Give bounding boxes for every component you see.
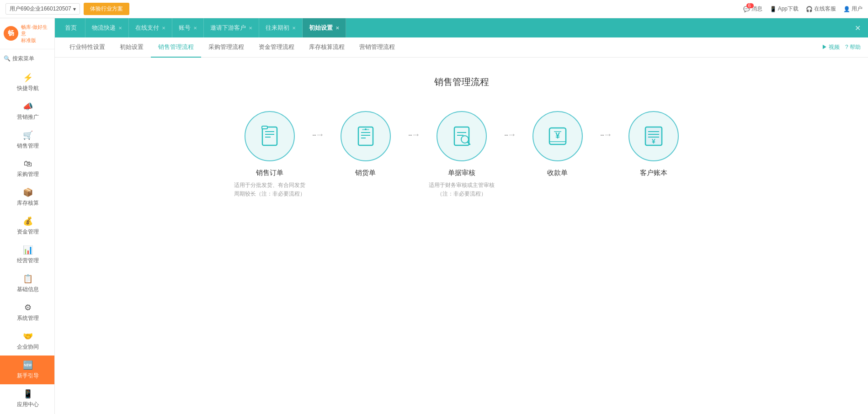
tab-account[interactable]: 账号 ✕ — [172, 18, 204, 37]
sidebar-item-sales[interactable]: 🛒 销售管理 — [0, 126, 54, 154]
svg-rect-0 — [262, 127, 277, 145]
tab-invite[interactable]: 邀请下游客户 ✕ — [204, 18, 259, 37]
sidebar-logo: 畅 畅库·做好生意 标准版 — [0, 18, 54, 49]
sub-tab-marketing-flow[interactable]: 营销管理流程 — [352, 37, 402, 58]
nav-bar-close-btn[interactable]: ✕ — [849, 24, 866, 32]
app-center-icon: 📱 — [23, 389, 33, 399]
new-guide-label: 新手引导 — [17, 372, 39, 380]
quick-nav-icon: ⚡ — [23, 73, 33, 83]
flow-step-receipt: ¥ 收款单 — [521, 111, 594, 181]
operation-label: 经营管理 — [17, 257, 39, 265]
msg-badge: 💬 6 — [743, 6, 750, 12]
audit-icon — [450, 124, 474, 148]
tab-home[interactable]: 首页 — [57, 18, 85, 37]
sub-tabs: 行业特性设置 初始设置 销售管理流程 采购管理流程 资金管理流程 库存核算流程 … — [55, 37, 868, 58]
sales-label: 销售管理 — [17, 142, 39, 150]
flow-circle-audit[interactable] — [437, 111, 487, 161]
video-btn[interactable]: ▶ 视频 — [822, 43, 840, 51]
page-content: 销售管理流程 销售订单 适用于分批发货、有合同发货周期较长（ — [55, 58, 868, 414]
user-label: 用户690企业1660120507 — [10, 5, 71, 13]
sub-tab-purchase-flow[interactable]: 采购管理流程 — [201, 37, 251, 58]
flow-arrow-4: ···→ — [594, 111, 617, 140]
logo-text: 畅库·做好生意 标准版 — [21, 24, 51, 43]
sub-tab-inventory-calc[interactable]: 库存核算流程 — [302, 37, 352, 58]
purchase-label: 采购管理 — [17, 170, 39, 178]
top-bar: 用户690企业1660120507 ▾ 体验行业方案 💬 6 消息 📱 App下… — [0, 0, 868, 18]
flow-circle-receipt[interactable]: ¥ — [533, 111, 583, 161]
sidebar-item-enterprise-collab[interactable]: 🤝 企业协同 — [0, 327, 54, 356]
svg-rect-4 — [262, 126, 267, 129]
inventory-label: 库存核算 — [17, 199, 39, 207]
app-download-btn[interactable]: 📱 App下载 — [770, 5, 799, 13]
sidebar-item-marketing[interactable]: 📣 营销推广 — [0, 97, 54, 126]
marketing-label: 营销推广 — [17, 113, 39, 121]
system-icon: ⚙ — [24, 303, 32, 313]
flow-label-receipt: 收款单 — [547, 169, 568, 177]
sidebar-item-inventory[interactable]: 📦 库存核算 — [0, 183, 54, 212]
operation-icon: 📊 — [23, 245, 33, 255]
page-title: 销售管理流程 — [73, 76, 850, 88]
close-account-icon[interactable]: ✕ — [193, 26, 197, 31]
close-period-icon[interactable]: ✕ — [292, 26, 296, 31]
content-area: 首页 物流快递 ✕ 在线支付 ✕ 账号 ✕ 邀请下游客户 ✕ 往来期初 ✕ — [55, 18, 868, 414]
enterprise-collab-label: 企业协同 — [17, 343, 39, 351]
flow-label-customer-ledger: 客户账本 — [640, 169, 667, 177]
sidebar: 畅 畅库·做好生意 标准版 🔍 搜索菜单 ⚡ 快捷导航 📣 营销推广 🛒 销售管… — [0, 18, 55, 414]
sidebar-item-finance[interactable]: 💰 资金管理 — [0, 212, 54, 240]
sidebar-item-quick-nav[interactable]: ⚡ 快捷导航 — [0, 68, 54, 97]
user-btn[interactable]: 👤 用户 — [843, 5, 863, 13]
close-invite-icon[interactable]: ✕ — [249, 26, 252, 31]
sub-tab-init[interactable]: 初始设置 — [112, 37, 151, 58]
basic-info-label: 基础信息 — [17, 286, 39, 293]
sales-icon: 🛒 — [23, 130, 33, 140]
sidebar-item-purchase[interactable]: 🛍 采购管理 — [0, 154, 54, 183]
dropdown-icon: ▾ — [73, 6, 76, 12]
tab-payment[interactable]: 在线支付 ✕ — [129, 18, 172, 37]
app-center-label: 应用中心 — [17, 401, 39, 409]
user-selector[interactable]: 用户690企业1660120507 ▾ — [5, 3, 80, 15]
new-guide-icon: 🆕 — [23, 360, 33, 370]
main-layout: 畅 畅库·做好生意 标准版 🔍 搜索菜单 ⚡ 快捷导航 📣 营销推广 🛒 销售管… — [0, 18, 868, 414]
sidebar-search: 🔍 搜索菜单 — [0, 49, 54, 68]
sidebar-item-new-guide[interactable]: 🆕 新手引导 — [0, 356, 54, 384]
sidebar-item-system[interactable]: ⚙ 系统管理 — [0, 298, 54, 327]
flow-circle-customer-ledger[interactable]: ¥ — [628, 111, 679, 161]
system-label: 系统管理 — [17, 314, 39, 322]
search-menu-btn[interactable]: 🔍 搜索菜单 — [4, 53, 51, 64]
tab-period[interactable]: 往来期初 ✕ — [259, 18, 303, 37]
close-init-settings-icon[interactable]: ✕ — [335, 26, 339, 31]
purchase-icon: 🛍 — [24, 159, 32, 169]
service-btn[interactable]: 🎧 在线客服 — [806, 5, 836, 13]
svg-text:¥: ¥ — [555, 131, 559, 140]
inventory-icon: 📦 — [23, 187, 33, 197]
sub-tab-finance-flow[interactable]: 资金管理流程 — [251, 37, 302, 58]
sub-tab-sales-flow[interactable]: 销售管理流程 — [151, 37, 201, 58]
experience-btn[interactable]: 体验行业方案 — [84, 3, 129, 15]
msg-count: 6 — [746, 3, 754, 8]
sidebar-item-app-center[interactable]: 📱 应用中心 — [0, 384, 54, 413]
sidebar-item-basic-info[interactable]: 📋 基础信息 — [0, 269, 54, 298]
sub-tabs-actions: ▶ 视频 ? 帮助 — [822, 43, 861, 51]
flow-arrow-1: ···→ — [306, 111, 329, 140]
nav-tabs-bar: 首页 物流快递 ✕ 在线支付 ✕ 账号 ✕ 邀请下游客户 ✕ 往来期初 ✕ — [55, 18, 868, 37]
flow-circle-sales-invoice[interactable] — [341, 111, 391, 161]
tab-init-settings[interactable]: 初始设置 ✕ — [303, 18, 346, 37]
close-payment-icon[interactable]: ✕ — [162, 26, 165, 31]
help-btn[interactable]: ? 帮助 — [845, 43, 861, 51]
flow-circle-sales-order[interactable] — [245, 111, 295, 161]
sales-invoice-icon — [354, 124, 378, 148]
sidebar-item-operation[interactable]: 📊 经营管理 — [0, 240, 54, 269]
flow-arrow-3: ···→ — [498, 111, 521, 140]
svg-point-9 — [365, 128, 367, 130]
message-btn[interactable]: 💬 6 消息 — [743, 5, 762, 13]
flow-label-audit: 单据审核 — [448, 169, 475, 177]
flow-label-sales-order: 销售订单 — [256, 169, 283, 177]
flow-arrow-2: ···→ — [402, 111, 425, 140]
receipt-icon: ¥ — [546, 124, 570, 148]
sub-tab-industry[interactable]: 行业特性设置 — [62, 37, 112, 58]
flow-step-audit: 单据审核 适用于财务审核或主管审核（注：非必要流程） — [425, 111, 498, 198]
quick-nav-label: 快捷导航 — [17, 85, 39, 92]
flow-step-sales-invoice: 销货单 — [329, 111, 402, 181]
close-logistics-icon[interactable]: ✕ — [118, 26, 122, 31]
tab-logistics[interactable]: 物流快递 ✕ — [85, 18, 129, 37]
